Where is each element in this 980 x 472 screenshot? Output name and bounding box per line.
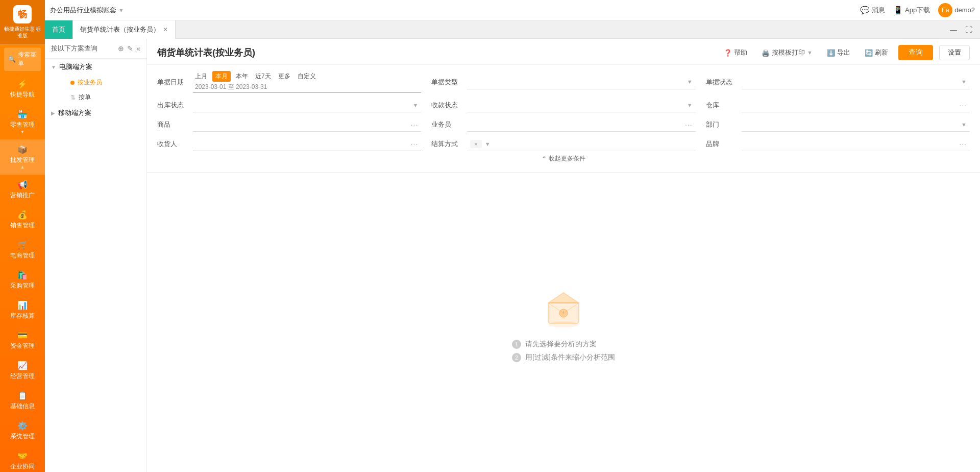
sidebar-item-purchase[interactable]: 🛍️ 采购管理 [0,265,45,295]
dept-select[interactable]: ▼ [742,117,970,132]
date-range[interactable]: 2023-03-01 至 2023-03-31 [193,82,421,93]
outstatus-select[interactable]: ▼ [193,98,421,112]
tree-item-by-salesperson[interactable]: 按业务员 [45,75,146,90]
filter-goods-cell: 商品 ··· [157,117,421,132]
recipient-input[interactable]: ··· [193,137,421,151]
help-icon: ❓ [724,49,732,57]
ops-label: 经营管理 [10,372,35,381]
tree-pc-scheme[interactable]: ▼ 电脑端方案 [45,59,146,75]
sort-icon: ⇅ [70,94,76,101]
refresh-btn[interactable]: 🔄 刷新 [861,46,892,59]
refresh-icon: 🔄 [865,49,873,57]
sidebar-item-quick-nav[interactable]: ⚡ 快捷导航 [0,74,45,104]
payment-tag-close[interactable]: × [474,141,477,147]
app-download-btn[interactable]: 📱 App下载 [893,6,930,15]
filter-date-cell: 单据日期 上月 本月 本年 近7天 更多 自定义 2023-03-01 至 20… [157,71,421,93]
recipient-label: 收货人 [157,139,193,149]
payment-arrow: ▼ [485,141,491,147]
filter-payment-cell: 结算方式 × ▼ [431,137,695,151]
sidebar-item-wholesale[interactable]: 📦 批发管理 ▲ [0,139,45,175]
sidebar-item-marketing[interactable]: 📢 营销推广 [0,175,45,205]
date-more[interactable]: 更多 [276,71,292,82]
sidebar-item-finance[interactable]: 💳 资金管理 [0,325,45,356]
empty-tip-2: 2 用[过滤]条件来缩小分析范围 [512,353,615,362]
sidebar-item-sales[interactable]: 💰 销售管理 [0,205,45,235]
tree-item-by-order[interactable]: ⇅ 按单 [45,90,146,105]
filter-recipient-cell: 收货人 ··· [157,137,421,151]
account-selector[interactable]: 办公用品行业模拟账套 ▼ [50,6,124,15]
retail-label: 零售管理 [10,121,35,129]
tab-sales-report-label: 销货单统计表（按业务员） [80,25,160,34]
empty-state: ! 1 请先选择要分析的方案 2 用[过滤]条件来缩小分析范围 [147,173,980,472]
print-btn[interactable]: 🖨️ 按模板打印 ▼ [757,46,817,59]
add-scheme-icon[interactable]: ⊕ [118,44,124,53]
message-btn[interactable]: 💬 消息 [860,6,885,15]
sales-label: 销售管理 [10,221,35,230]
edit-scheme-icon[interactable]: ✎ [127,44,133,53]
tree-mobile-scheme[interactable]: ▶ 移动端方案 [45,105,146,121]
ecom-icon: 🛒 [17,240,28,250]
tab-close-icon[interactable]: ✕ [163,26,168,33]
export-btn[interactable]: ⬇️ 导出 [823,46,854,59]
user-menu[interactable]: Ea demo2 [938,3,975,17]
date-custom[interactable]: 自定义 [296,71,318,82]
filter-salesperson-cell: 业务员 ··· [431,117,695,132]
purchase-icon: 🛍️ [17,270,28,280]
active-dot [70,81,75,85]
collectstatus-select[interactable]: ▼ [467,98,695,112]
sidebar-item-retail[interactable]: 🏪 零售管理 ▼ [0,104,45,139]
logo-char: 畅 [18,8,27,20]
date-this-year[interactable]: 本年 [234,71,250,82]
sidebar-item-ecom[interactable]: 🛒 电商管理 [0,235,45,265]
date-this-month[interactable]: 本月 [212,71,231,82]
brand-select[interactable]: ··· [742,137,970,151]
sidebar-logo: 畅 畅捷通好生意 标准版 [0,0,45,44]
help-btn[interactable]: ❓ 帮助 [720,46,751,59]
query-button[interactable]: 查询 [898,45,933,60]
date-label: 单据日期 [157,78,193,87]
left-panel-title: 按以下方案查询 [51,44,97,53]
tab-maximize-btn[interactable]: ⛶ [963,23,975,36]
sidebar-item-system[interactable]: ⚙️ 系统管理 [0,416,45,446]
tip-text-1: 请先选择要分析的方案 [525,340,597,349]
finance-icon: 💳 [17,331,28,340]
tab-minimize-btn[interactable]: — [947,23,960,36]
collectstatus-arrow: ▼ [687,102,693,108]
settings-button[interactable]: 设置 [939,45,970,60]
sidebar-item-ops[interactable]: 📈 经营管理 [0,356,45,386]
page-header: 销货单统计表(按业务员) ❓ 帮助 🖨️ 按模板打印 ▼ ⬇️ 导出 [147,39,980,65]
sidebar-item-corp[interactable]: 🤝 企业协同 [0,446,45,472]
docstatus-label: 单据状态 [706,78,742,87]
topbar: 办公用品行业模拟账套 ▼ 💬 消息 📱 App下载 Ea demo2 [45,0,980,20]
collapse-panel-icon[interactable]: « [136,44,140,53]
topbar-right: 💬 消息 📱 App下载 Ea demo2 [860,3,975,17]
message-label: 消息 [872,6,885,15]
sidebar-search[interactable]: 🔍 搜索菜单 [4,48,41,71]
filter-dept-cell: 部门 ▼ [706,117,970,132]
salesperson-select[interactable]: ··· [467,117,695,132]
docstatus-select[interactable]: ▼ [742,75,970,89]
date-last-month[interactable]: 上月 [193,71,209,82]
filter-brand-cell: 品牌 ··· [706,137,970,151]
tab-sales-report[interactable]: 销货单统计表（按业务员） ✕ [73,20,176,39]
basic-label: 基础信息 [10,402,35,411]
svg-text:!: ! [562,311,564,316]
ops-icon: 📈 [17,361,28,370]
wholesale-label: 批发管理 [10,156,35,164]
system-label: 系统管理 [10,432,35,441]
filter-warehouse-cell: 仓库 ··· [706,98,970,112]
date-7days[interactable]: 近7天 [253,71,273,82]
logo-icon: 畅 [13,5,32,23]
docstatus-arrow: ▼ [961,79,967,85]
tree-arrow-mobile: ▶ [51,110,55,116]
doctype-select[interactable]: ▼ [467,75,695,89]
goods-select[interactable]: ··· [193,117,421,132]
warehouse-select[interactable]: ··· [742,98,970,112]
tab-home[interactable]: 首页 [45,20,73,39]
sidebar-item-inventory[interactable]: 📊 库存核算 [0,295,45,325]
retail-arrow: ▼ [20,129,25,134]
payment-select[interactable]: × ▼ [467,137,695,151]
left-panel: 按以下方案查询 ⊕ ✎ « ▼ 电脑端方案 按业务员 ⇅ 按单 [45,39,147,472]
collapse-button[interactable]: ⌃ 收起更多条件 [157,151,970,166]
sidebar-item-basic[interactable]: 📋 基础信息 [0,386,45,416]
